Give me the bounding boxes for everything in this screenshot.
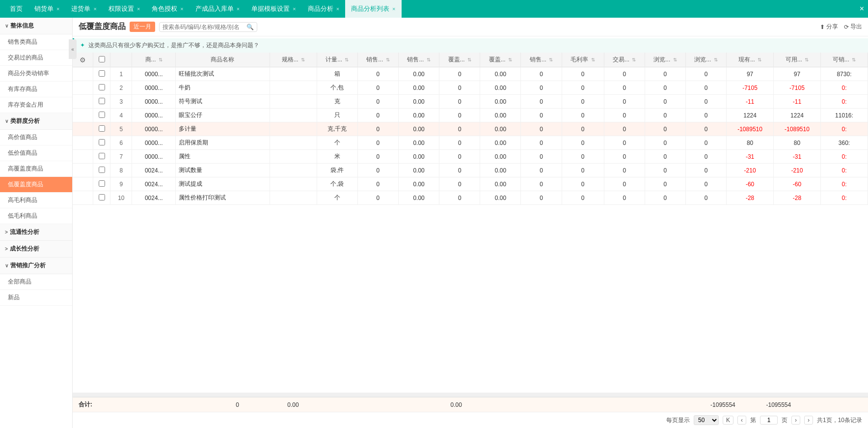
nav-tab-首页[interactable]: 首页 — [4, 0, 28, 18]
browse-link-3[interactable]: 0 — [664, 112, 667, 119]
nav-tab-产成品入库单[interactable]: 产成品入库单 × — [190, 0, 245, 18]
row-checkbox-0[interactable] — [99, 70, 105, 77]
sidebar-item-高覆盖度商品[interactable]: 高覆盖度商品 — [0, 161, 72, 177]
tab-close-icon[interactable]: × — [180, 6, 183, 12]
col-header-12[interactable]: 毛利率 ⇅ — [562, 53, 604, 67]
browse-link-8[interactable]: 0 — [664, 181, 667, 188]
cell-r8-c10: 0.00 — [480, 177, 521, 191]
sidebar-section-营销推广分析[interactable]: ∨营销推广分析 — [0, 257, 72, 274]
next-page-button[interactable]: › — [791, 416, 800, 425]
select-all-checkbox[interactable] — [99, 56, 105, 62]
row-checkbox-7[interactable] — [99, 167, 105, 173]
nav-tab-商品分析[interactable]: 商品分析 × — [302, 0, 345, 18]
col-header-9[interactable]: 覆盖... ⇅ — [439, 53, 480, 67]
tab-close-icon[interactable]: × — [137, 6, 140, 12]
cell-r0-c5 — [270, 67, 317, 81]
sidebar-item-低毛利商品[interactable]: 低毛利商品 — [0, 208, 72, 224]
col-header-4[interactable]: 商品名称 — [176, 53, 270, 67]
period-button[interactable]: 近一月 — [130, 22, 155, 32]
col-header-13[interactable]: 交易... ⇅ — [604, 53, 645, 67]
browse-link-6[interactable]: 0 — [664, 153, 667, 160]
last-page-button[interactable]: › — [804, 416, 813, 425]
col-header-5[interactable]: 规格... ⇅ — [270, 53, 317, 67]
sidebar-item-低价值商品[interactable]: 低价值商品 — [0, 145, 72, 161]
browse-link-9[interactable]: 0 — [664, 195, 667, 201]
tab-close-icon[interactable]: × — [56, 6, 59, 12]
table-row: 60000...启用保质期个00.0000.00000008080360: — [73, 136, 868, 150]
sidebar-section-成长性分析[interactable]: >成长性分析 — [0, 241, 72, 257]
tab-close-icon[interactable]: × — [237, 6, 240, 12]
page-number-input[interactable] — [760, 416, 778, 425]
tab-close-icon[interactable]: × — [336, 6, 339, 12]
sidebar-section-整体信息[interactable]: ∨整体信息 — [0, 18, 72, 34]
row-checkbox-4[interactable] — [99, 125, 105, 132]
browse-link-5[interactable]: 0 — [664, 140, 667, 146]
nav-tab-进货单[interactable]: 进货单 × — [65, 0, 102, 18]
share-button[interactable]: ⬆ 分享 — [820, 23, 838, 31]
col-header-16[interactable]: 现有... ⇅ — [727, 53, 774, 67]
row-checkbox-5[interactable] — [99, 139, 105, 145]
tab-close-icon[interactable]: × — [293, 6, 296, 12]
sidebar-item-有库存商品[interactable]: 有库存商品 — [0, 82, 72, 97]
col-header-17[interactable]: 可用... ⇅ — [774, 53, 821, 67]
col-header-10[interactable]: 覆盖... ⇅ — [480, 53, 521, 67]
sidebar-collapse-button[interactable]: « — [69, 39, 77, 59]
row-checkbox-9[interactable] — [99, 194, 105, 200]
sidebar-item-库存资金占用[interactable]: 库存资金占用 — [0, 97, 72, 113]
col-header-8[interactable]: 销售... ⇅ — [399, 53, 439, 67]
browse-link-2[interactable]: 0 — [664, 98, 667, 105]
sidebar-item-全部商品[interactable]: 全部商品 — [0, 274, 72, 290]
nav-tab-商品分析列表[interactable]: 商品分析列表 × — [345, 0, 401, 18]
browse-link-4[interactable]: 0 — [664, 126, 667, 133]
nav-tab-单据模板设置[interactable]: 单据模板设置 × — [245, 0, 301, 18]
browse-link-1[interactable]: 0 — [664, 85, 667, 91]
close-all-tabs-button[interactable]: × — [860, 4, 864, 13]
tab-close-icon[interactable]: × — [93, 6, 96, 12]
sidebar-section-流通性分析[interactable]: >流通性分析 — [0, 224, 72, 241]
sidebar-item-交易过的商品[interactable]: 交易过的商品 — [0, 50, 72, 66]
sidebar-section-类群度分析[interactable]: ∨类群度分析 — [0, 113, 72, 130]
tab-close-icon[interactable]: × — [392, 6, 395, 12]
cell-r4-c8: 0.00 — [399, 122, 439, 136]
col-header-6[interactable]: 计量... ⇅ — [317, 53, 357, 67]
cell-r1-c14: 0 — [645, 81, 685, 95]
row-checkbox-6[interactable] — [99, 153, 105, 159]
table-wrapper[interactable]: ⚙商... ⇅商品名称规格... ⇅计量... ⇅销售... ⇅销售... ⇅覆… — [73, 53, 868, 393]
sidebar-item-商品分类动销率[interactable]: 商品分类动销率 — [0, 66, 72, 82]
sidebar-item-销售类商品[interactable]: 销售类商品 — [0, 34, 72, 50]
export-button[interactable]: ⟳ 导出 — [844, 23, 862, 31]
search-input[interactable] — [163, 24, 246, 30]
cell-r3-c9: 0 — [439, 109, 480, 122]
row-checkbox-2[interactable] — [99, 98, 105, 104]
row-checkbox-1[interactable] — [99, 84, 105, 90]
cell-r8-c15: 0 — [685, 177, 726, 191]
page-size-select[interactable]: 50100200 — [694, 415, 719, 425]
sidebar-item-高毛利商品[interactable]: 高毛利商品 — [0, 193, 72, 208]
browse-link-7[interactable]: 0 — [664, 167, 667, 174]
cell-r2-c3: 0000... — [132, 95, 176, 109]
nav-tab-角色授权[interactable]: 角色授权 × — [146, 0, 189, 18]
cell-r9-c18: 0: — [820, 191, 868, 205]
nav-tab-销货单[interactable]: 销货单 × — [28, 0, 65, 18]
col-header-18[interactable]: 可销... ⇅ — [820, 53, 868, 67]
col-header-3[interactable]: 商... ⇅ — [132, 53, 176, 67]
col-header-15[interactable]: 浏览... ⇅ — [685, 53, 726, 67]
settings-icon[interactable]: ⚙ — [80, 56, 86, 64]
sidebar-item-低覆盖度商品[interactable]: 低覆盖度商品 — [0, 177, 72, 193]
col-header-11[interactable]: 销售... ⇅ — [521, 53, 562, 67]
col-header-7[interactable]: 销售... ⇅ — [357, 53, 398, 67]
sidebar-item-新品[interactable]: 新品 — [0, 290, 72, 306]
cell-r5-c5 — [270, 136, 317, 150]
cell-r0-c15: 0 — [685, 67, 726, 81]
first-page-button[interactable]: K — [723, 416, 733, 425]
browse-link-0[interactable]: 0 — [664, 71, 667, 78]
horizontal-scrollbar[interactable] — [73, 393, 868, 397]
nav-tab-权限设置[interactable]: 权限设置 × — [103, 0, 146, 18]
row-checkbox-3[interactable] — [99, 112, 105, 118]
cell-r4-c7: 0 — [357, 122, 398, 136]
col-header-14[interactable]: 浏览... ⇅ — [645, 53, 685, 67]
sidebar-item-高价值商品[interactable]: 高价值商品 — [0, 130, 72, 145]
row-checkbox-8[interactable] — [99, 180, 105, 187]
cell-r8-c11: 0 — [521, 177, 562, 191]
prev-page-button[interactable]: ‹ — [737, 416, 746, 425]
